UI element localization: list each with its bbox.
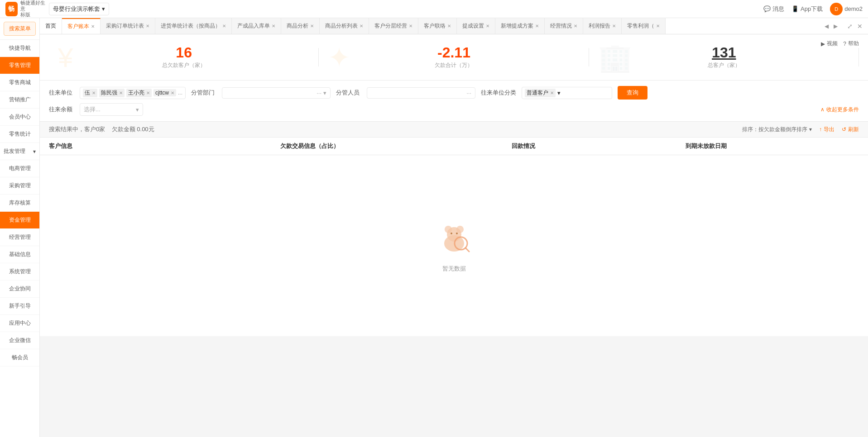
stat-label-total-overdue: 欠款合计（万）: [328, 62, 580, 69]
tab-close-icon[interactable]: ✕: [91, 24, 95, 29]
tab-product-inbound[interactable]: 产成品入库单 ✕: [232, 18, 281, 34]
tab-bar: 首页 客户账本 ✕ 采购订单统计表 ✕ 进货单统计表（按商品） ✕ 产成品入库单…: [40, 18, 868, 34]
video-link[interactable]: ▶ 视频: [821, 40, 838, 48]
filter-tag-close-chen[interactable]: ✕: [119, 90, 123, 95]
sidebar-item-operations[interactable]: 经营管理: [0, 229, 39, 246]
tab-profit-report[interactable]: 利润报告 ✕: [583, 18, 622, 34]
empty-illustration: [434, 218, 475, 259]
sidebar-item-app-center[interactable]: 应用中心: [0, 315, 39, 332]
sidebar-item-retail-mall[interactable]: 零售商城: [0, 74, 39, 91]
sidebar-item-system[interactable]: 系统管理: [0, 263, 39, 280]
tab-close-icon[interactable]: ✕: [310, 24, 314, 28]
tab-purchase-order-stats[interactable]: 采购订单统计表 ✕: [101, 18, 155, 34]
sidebar-item-basic-info[interactable]: 基础信息: [0, 246, 39, 263]
sidebar-item-retail-manage[interactable]: 零售管理: [0, 57, 39, 74]
filter-manager-select[interactable]: ···: [367, 87, 475, 99]
sidebar-item-member[interactable]: 畅会员: [0, 349, 39, 366]
sidebar-item-inventory[interactable]: 库存核算: [0, 195, 39, 212]
stats-bar: ¥ 16 总欠款客户（家） ✦ -2.11 欠款合计（万） 🏢 131 总客户（…: [40, 34, 868, 81]
tab-close-all-icon[interactable]: ✕: [855, 22, 864, 31]
tab-commission-settings[interactable]: 提成设置 ✕: [457, 18, 495, 34]
tab-new-commission[interactable]: 新增提成方案 ✕: [495, 18, 545, 34]
tab-product-analysis-list[interactable]: 商品分析列表 ✕: [320, 18, 369, 34]
tab-customer-contact[interactable]: 客户联络 ✕: [418, 18, 457, 34]
company-selector[interactable]: 母婴行业演示帐套 ▾: [49, 3, 109, 15]
tab-close-icon[interactable]: ✕: [535, 24, 539, 28]
sidebar-item-marketing[interactable]: 营销推广: [0, 91, 39, 109]
filter-label-manager: 分管人员: [336, 89, 361, 97]
tab-arrows: ◀ ▶: [820, 19, 842, 33]
sidebar-item-enterprise-wechat[interactable]: 企业微信: [0, 332, 39, 349]
tab-operations[interactable]: 经营情况 ✕: [545, 18, 583, 34]
message-button[interactable]: 💬 消息: [763, 5, 784, 13]
stat-total-customers: 🏢 131 总客户（家）: [589, 42, 859, 73]
svg-point-2: [445, 226, 452, 233]
search-menu-button[interactable]: 搜索菜单: [4, 22, 36, 36]
filter-tag-close-cjttcw[interactable]: ✕: [171, 90, 174, 95]
filter-dept-select[interactable]: ··· ▾: [222, 87, 331, 99]
filter-tags-unit[interactable]: 伍 ✕ 陈民强 ✕ 王小亮 ✕ cjttcw ✕: [80, 87, 186, 99]
tab-next-arrow[interactable]: ▶: [831, 19, 840, 33]
refresh-button[interactable]: ↺ 刷新: [842, 126, 859, 133]
export-button[interactable]: ↑ 导出: [819, 126, 834, 133]
tab-home[interactable]: 首页: [40, 18, 62, 34]
tab-close-icon[interactable]: ✕: [447, 24, 451, 28]
tab-close-icon[interactable]: ✕: [222, 24, 226, 28]
tab-retail-profit[interactable]: 零售利润（ ✕: [622, 18, 666, 34]
tab-close-icon[interactable]: ✕: [656, 24, 660, 28]
filter-tag-close-normal[interactable]: ✕: [550, 90, 554, 95]
tab-close-icon[interactable]: ✕: [409, 24, 412, 28]
query-button[interactable]: 查询: [618, 86, 647, 100]
col-repayment: 回款情况: [512, 142, 685, 150]
sidebar-item-wholesale[interactable]: 批发管理 ▾: [0, 143, 39, 160]
tab-close-icon[interactable]: ✕: [360, 24, 363, 28]
search-result-bar: 搜索结果中，客户0家 欠款金额 0.00元 排序：按欠款金额倒序排序 ▾ ↑ 导…: [40, 122, 868, 138]
filter-tag-close-wang[interactable]: ✕: [146, 90, 150, 95]
stat-label-total-customers: 总客户（家）: [598, 62, 850, 69]
tab-prev-arrow[interactable]: ◀: [822, 19, 831, 33]
chevron-down-icon: ▾: [557, 90, 561, 96]
top-bar: 畅 畅捷通好生意 标版 母婴行业演示帐套 ▾ 💬 消息 📱 App下载 D de…: [0, 0, 868, 18]
sidebar-item-quick-nav[interactable]: 快捷导航: [0, 40, 39, 57]
sidebar-item-finance[interactable]: 资金管理: [0, 212, 39, 229]
table-area: 客户信息 欠款交易信息（占比） 回款情况 到期未放款日期: [40, 138, 868, 336]
filter-tag-close-wu[interactable]: ✕: [92, 90, 96, 95]
sort-selector[interactable]: 排序：按欠款金额倒序排序 ▾: [742, 126, 812, 133]
sidebar-item-ecommerce[interactable]: 电商管理: [0, 160, 39, 177]
tab-actions: ⤢ ✕: [842, 22, 868, 31]
tab-close-icon[interactable]: ✕: [486, 24, 489, 28]
filter-balance-select[interactable]: 选择... ▾: [80, 103, 143, 116]
tab-product-analysis[interactable]: 商品分析 ✕: [281, 18, 320, 34]
chevron-down-icon: ▾: [102, 5, 105, 12]
top-bar-right: 💬 消息 📱 App下载 D demo2: [763, 3, 863, 15]
help-link[interactable]: ? 帮助: [843, 40, 859, 48]
tab-inbound-stats[interactable]: 进货单统计表（按商品） ✕: [155, 18, 232, 34]
stat-label-overdue-customers: 总欠款客户（家）: [58, 62, 310, 69]
tab-close-icon[interactable]: ✕: [146, 24, 149, 28]
tab-close-icon[interactable]: ✕: [574, 24, 577, 28]
stat-value-total-customers: 131: [598, 45, 850, 60]
tab-close-icon[interactable]: ✕: [272, 24, 275, 28]
sidebar-item-guide[interactable]: 新手引导: [0, 298, 39, 315]
tabs-container: 首页 客户账本 ✕ 采购订单统计表 ✕ 进货单统计表（按商品） ✕ 产成品入库单…: [40, 18, 820, 34]
filter-collapse-button[interactable]: ∧ 收起更多条件: [820, 106, 859, 114]
filter-tags-classification[interactable]: 普通客户 ✕ ▾: [522, 87, 612, 99]
chevron-down-icon: ▾: [809, 126, 812, 133]
svg-line-7: [465, 248, 469, 252]
sidebar-item-enterprise[interactable]: 企业协同: [0, 280, 39, 298]
tab-close-icon[interactable]: ✕: [612, 24, 616, 28]
filter-label-unit: 往来单位: [49, 89, 74, 97]
page-content: ¥ 16 总欠款客户（家） ✦ -2.11 欠款合计（万） 🏢 131 总客户（…: [40, 34, 868, 437]
tab-customer-account[interactable]: 客户账本 ✕: [62, 18, 101, 34]
sidebar-item-member-center[interactable]: 会员中心: [0, 109, 39, 126]
col-overdue-info: 欠款交易信息（占比）: [280, 142, 512, 150]
sidebar-item-purchase[interactable]: 采购管理: [0, 177, 39, 195]
user-menu[interactable]: D demo2: [830, 3, 863, 15]
tab-expand-icon[interactable]: ⤢: [845, 22, 854, 31]
tab-customer-tier[interactable]: 客户分层经营 ✕: [369, 18, 418, 34]
result-summary: 搜索结果中，客户0家 欠款金额 0.00元: [49, 125, 154, 133]
sidebar-item-retail-stats[interactable]: 零售统计: [0, 126, 39, 143]
filter-more-icon[interactable]: ...: [178, 90, 182, 96]
app-download-button[interactable]: 📱 App下载: [791, 5, 823, 13]
sidebar-search-area: 搜索菜单: [0, 18, 39, 40]
